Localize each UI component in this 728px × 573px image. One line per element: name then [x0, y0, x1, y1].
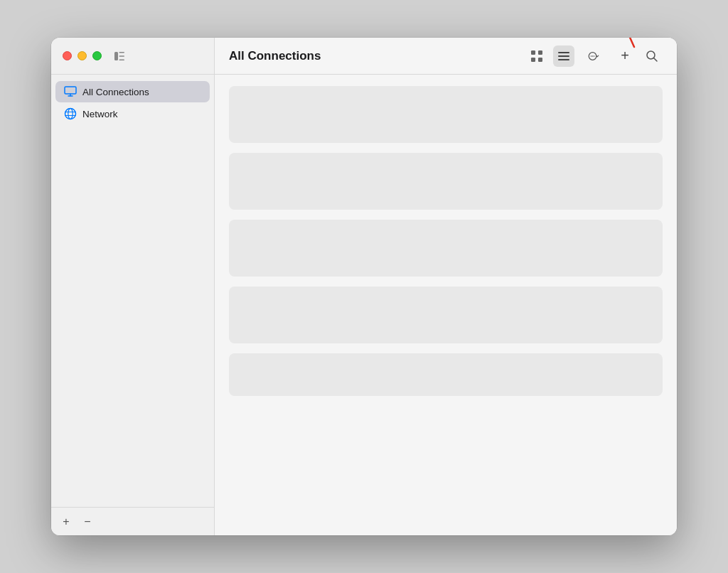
globe-icon — [64, 107, 77, 120]
skeleton-row — [229, 220, 663, 277]
add-button[interactable]: + — [614, 45, 636, 67]
minimize-button[interactable] — [77, 51, 87, 60]
svg-point-13 — [592, 55, 594, 57]
maximize-button[interactable] — [92, 51, 102, 60]
svg-rect-1 — [119, 52, 125, 53]
ellipsis-circle-icon — [588, 50, 601, 63]
svg-point-23 — [68, 109, 73, 119]
svg-point-22 — [65, 109, 76, 119]
svg-rect-5 — [538, 50, 542, 55]
svg-point-14 — [594, 55, 595, 57]
svg-rect-0 — [114, 52, 118, 60]
svg-point-12 — [591, 55, 592, 57]
sidebar-toggle-button[interactable] — [110, 47, 129, 65]
svg-rect-19 — [65, 87, 76, 94]
content-area — [215, 75, 677, 535]
svg-line-18 — [654, 58, 658, 61]
svg-rect-8 — [558, 52, 569, 53]
sidebar: All Connections Network — [51, 75, 215, 535]
svg-rect-4 — [531, 50, 535, 55]
svg-rect-10 — [558, 59, 569, 60]
search-button[interactable] — [641, 45, 663, 67]
monitor-icon — [64, 85, 77, 98]
svg-rect-2 — [119, 55, 125, 57]
sidebar-footer: + − — [51, 507, 214, 535]
more-options-button[interactable] — [580, 45, 609, 67]
sidebar-item-network[interactable]: Network — [55, 103, 210, 124]
right-panel — [215, 75, 677, 535]
sidebar-item-label: Network — [82, 109, 118, 119]
svg-rect-9 — [558, 55, 569, 57]
add-button-container: + — [614, 45, 636, 67]
remove-sidebar-item-button[interactable]: − — [78, 515, 97, 529]
skeleton-row — [229, 86, 663, 143]
toolbar: All Connections — [215, 38, 677, 74]
skeleton-row — [229, 353, 663, 396]
list-view-button[interactable] — [553, 45, 574, 67]
sidebar-content: All Connections Network — [51, 75, 214, 507]
sidebar-item-label: All Connections — [82, 87, 149, 97]
app-window: All Connections — [51, 38, 677, 535]
toolbar-title: All Connections — [229, 49, 526, 63]
skeleton-row — [229, 286, 663, 343]
list-icon — [557, 50, 570, 63]
grid-icon — [530, 50, 543, 63]
grid-view-button[interactable] — [526, 45, 547, 67]
svg-rect-7 — [538, 58, 542, 62]
add-sidebar-item-button[interactable]: + — [57, 515, 75, 529]
close-button[interactable] — [63, 51, 72, 60]
toolbar-actions: + — [526, 45, 663, 67]
svg-rect-6 — [531, 58, 535, 62]
traffic-lights — [63, 51, 102, 60]
sidebar-toggle-icon — [114, 50, 125, 62]
sidebar-item-all-connections[interactable]: All Connections — [55, 81, 210, 102]
main-area: All Connections Network — [51, 75, 677, 535]
svg-rect-3 — [119, 59, 125, 60]
skeleton-row — [229, 153, 663, 210]
search-icon — [646, 50, 658, 63]
